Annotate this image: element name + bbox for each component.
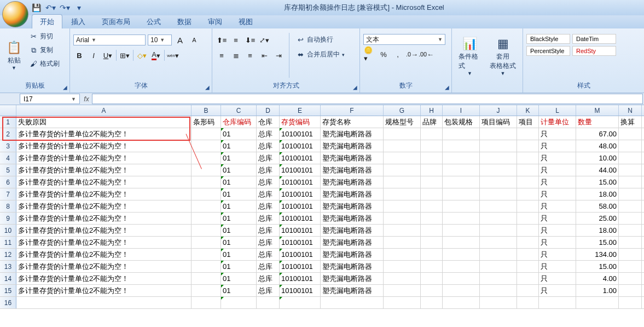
row-header-3[interactable]: 3 bbox=[0, 140, 16, 152]
cell[interactable] bbox=[619, 176, 642, 188]
cell[interactable] bbox=[280, 297, 321, 308]
cell[interactable]: 58.00 bbox=[576, 200, 619, 212]
cell-style-RedSty[interactable]: RedSty bbox=[572, 46, 616, 56]
cell[interactable]: 存货编码 bbox=[280, 116, 321, 128]
cell[interactable] bbox=[517, 164, 539, 176]
cell[interactable]: 01 bbox=[221, 273, 257, 284]
save-button[interactable]: 💾 bbox=[31, 2, 42, 13]
cell[interactable]: 总库 bbox=[257, 152, 280, 164]
col-header-k[interactable]: K bbox=[517, 105, 539, 116]
number-format-combo[interactable]: 文本▼ bbox=[363, 34, 445, 45]
cell[interactable] bbox=[619, 297, 642, 308]
row-header-5[interactable]: 5 bbox=[0, 164, 16, 176]
merge-center-button[interactable]: ⬌合并后居中▾ bbox=[294, 49, 347, 60]
cell[interactable]: 01 bbox=[221, 176, 257, 188]
cell[interactable]: 10100101 bbox=[280, 249, 321, 260]
cell[interactable] bbox=[443, 140, 480, 152]
cell[interactable]: 01 bbox=[221, 164, 257, 176]
row-header-6[interactable]: 6 bbox=[0, 176, 16, 188]
cell[interactable] bbox=[192, 285, 221, 296]
cell[interactable] bbox=[192, 128, 221, 140]
phonetic-button[interactable]: wén▾ bbox=[167, 49, 179, 61]
col-header-m[interactable]: M bbox=[576, 105, 619, 116]
cell[interactable] bbox=[192, 261, 221, 272]
cell[interactable] bbox=[192, 297, 221, 308]
cell[interactable]: 44.00 bbox=[576, 164, 619, 176]
number-launcher[interactable]: ◢ bbox=[445, 84, 449, 90]
cell[interactable] bbox=[443, 164, 480, 176]
cell[interactable] bbox=[384, 261, 421, 272]
col-header-h[interactable]: H bbox=[421, 105, 443, 116]
border-button[interactable]: ⊞▾ bbox=[119, 49, 131, 61]
cell[interactable] bbox=[192, 249, 221, 260]
cell[interactable] bbox=[192, 200, 221, 212]
cell[interactable]: 总库 bbox=[257, 237, 280, 248]
col-header-n[interactable]: N bbox=[619, 105, 642, 116]
cell[interactable] bbox=[443, 188, 480, 200]
font-color-button[interactable]: A▾ bbox=[150, 49, 162, 61]
cell[interactable]: 塑壳漏电断路器 bbox=[321, 261, 384, 272]
cell[interactable]: 塑壳漏电断路器 bbox=[321, 164, 384, 176]
cell[interactable]: 多计量存货的计量单位2不能为空！ bbox=[16, 249, 192, 260]
align-right-button[interactable]: ≡ bbox=[244, 49, 256, 61]
cell[interactable] bbox=[192, 188, 221, 200]
cell[interactable]: 包装规格 bbox=[443, 116, 480, 128]
cell[interactable] bbox=[480, 285, 517, 296]
cell[interactable] bbox=[443, 285, 480, 296]
cell[interactable] bbox=[221, 297, 257, 308]
decrease-decimal-button[interactable]: .00← bbox=[420, 48, 432, 60]
cell[interactable]: 塑壳漏电断路器 bbox=[321, 128, 384, 140]
cell[interactable]: 18.00 bbox=[576, 188, 619, 200]
cell[interactable]: 10100101 bbox=[280, 285, 321, 296]
col-header-j[interactable]: J bbox=[480, 105, 517, 116]
cell[interactable] bbox=[384, 176, 421, 188]
cell-style-BlackStyle[interactable]: BlackStyle bbox=[526, 34, 570, 44]
cell[interactable] bbox=[192, 273, 221, 284]
cell[interactable]: 仓库 bbox=[257, 116, 280, 128]
cell[interactable] bbox=[619, 200, 642, 212]
cell[interactable]: 01 bbox=[221, 213, 257, 224]
cell[interactable]: 10100101 bbox=[280, 152, 321, 164]
cell[interactable] bbox=[480, 200, 517, 212]
cell[interactable]: 只 bbox=[539, 249, 576, 260]
cell[interactable] bbox=[421, 237, 443, 248]
alignment-launcher[interactable]: ◢ bbox=[353, 84, 357, 90]
row-header-10[interactable]: 10 bbox=[0, 225, 16, 236]
font-launcher[interactable]: ◢ bbox=[205, 84, 210, 90]
cell[interactable]: 只 bbox=[539, 237, 576, 248]
cell[interactable] bbox=[421, 285, 443, 296]
cell-style-DateTim[interactable]: DateTim bbox=[572, 34, 616, 44]
bold-button[interactable]: B bbox=[73, 49, 85, 61]
cell[interactable] bbox=[443, 200, 480, 212]
cell[interactable]: 10.00 bbox=[576, 152, 619, 164]
cell[interactable] bbox=[443, 225, 480, 236]
cell[interactable] bbox=[619, 128, 642, 140]
redo-button[interactable]: ↷▾ bbox=[59, 2, 70, 13]
cell[interactable] bbox=[480, 249, 517, 260]
increase-font-button[interactable]: A bbox=[174, 34, 186, 46]
cell[interactable] bbox=[192, 164, 221, 176]
cell[interactable] bbox=[517, 261, 539, 272]
cell[interactable]: 18.00 bbox=[576, 225, 619, 236]
cell[interactable] bbox=[619, 152, 642, 164]
cell[interactable] bbox=[421, 225, 443, 236]
font-family-combo[interactable]: Arial▼ bbox=[73, 35, 146, 45]
cell[interactable]: 67.00 bbox=[576, 128, 619, 140]
cell[interactable] bbox=[421, 152, 443, 164]
cell[interactable] bbox=[443, 261, 480, 272]
cell[interactable] bbox=[619, 249, 642, 260]
cell[interactable]: 15.00 bbox=[576, 261, 619, 272]
cell[interactable] bbox=[421, 297, 443, 308]
cell[interactable] bbox=[384, 237, 421, 248]
cell[interactable]: 多计量存货的计量单位2不能为空！ bbox=[16, 128, 192, 140]
cell[interactable] bbox=[384, 164, 421, 176]
cell[interactable] bbox=[443, 249, 480, 260]
cell[interactable]: 只 bbox=[539, 261, 576, 272]
cell[interactable] bbox=[384, 285, 421, 296]
tab-页面布局[interactable]: 页面布局 bbox=[94, 15, 138, 28]
orientation-button[interactable]: ⤢▾ bbox=[258, 34, 270, 46]
cell[interactable]: 10100101 bbox=[280, 200, 321, 212]
cell[interactable] bbox=[480, 297, 517, 308]
cell[interactable]: 失败原因 bbox=[16, 116, 192, 128]
cell[interactable]: 25.00 bbox=[576, 213, 619, 224]
